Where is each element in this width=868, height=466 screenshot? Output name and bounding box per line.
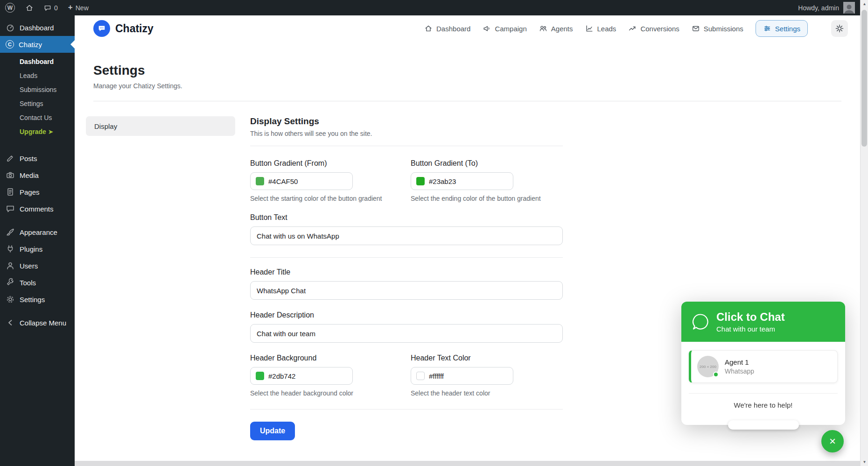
sidebar-item-label: Chatizy [19,41,42,49]
wp-admin-bar: W 0 + New Howdy, admin [0,0,868,15]
divider [689,393,838,394]
header-title-field[interactable] [250,281,563,300]
submenu-item-submissions[interactable]: Submissions [0,83,75,97]
tab-display[interactable]: Display [86,116,235,136]
header-text-color-input[interactable] [411,367,513,385]
field-help: Select the header background color [250,389,411,397]
comments-icon [6,204,15,213]
sidebar-item-appearance[interactable]: Appearance [0,224,75,240]
gradient-from-swatch[interactable] [256,177,264,185]
field-header-description: Header Description [250,311,563,343]
sun-icon [835,24,844,33]
submenu-item-dashboard[interactable]: Dashboard [0,55,75,69]
new-label: New [76,4,89,12]
submenu-item-leads[interactable]: Leads [0,69,75,83]
scrollbar-thumb[interactable] [861,10,867,147]
sidebar-item-tools[interactable]: Tools [0,274,75,291]
close-icon: × [829,436,836,447]
theme-toggle-button[interactable] [831,20,848,37]
nav-label: Submissions [704,25,743,33]
nav-item-conversions[interactable]: Conversions [628,24,679,33]
nav-item-dashboard[interactable]: Dashboard [424,24,470,33]
submenu-item-upgrade[interactable]: Upgrade ➤ [0,125,75,139]
header-background-color-input[interactable] [250,367,353,385]
dashboard-icon [6,23,15,32]
field-label: Header Background [250,354,411,362]
field-gradient-to: Button Gradient (To) Select the ending c… [411,159,563,202]
header-background-swatch[interactable] [256,372,264,380]
plugins-icon [6,244,15,254]
field-label: Header Title [250,268,563,276]
section-subheading: This is how others will see you on the s… [250,130,563,137]
brand[interactable]: Chatizy [93,20,154,37]
update-button[interactable]: Update [250,422,295,440]
gradient-from-color-input[interactable] [250,172,353,190]
header-text-color-hex-field[interactable] [429,372,485,380]
scroll-up-arrow[interactable]: ▲ [861,0,868,8]
sidebar-item-chatizy[interactable]: C Chatizy [0,36,75,53]
field-button-text: Button Text [250,213,563,245]
sidebar-item-collapse-menu[interactable]: Collapse Menu [0,314,75,331]
chat-widget-header: Click to Chat Chat with our team [681,302,845,342]
visit-site-link[interactable] [20,0,39,15]
comments-shortcut[interactable]: 0 [39,0,63,15]
nav-item-campaign[interactable]: Campaign [483,24,526,33]
sidebar-item-users[interactable]: Users [0,257,75,274]
field-label: Header Text Color [411,354,563,362]
field-gradient-from: Button Gradient (From) Select the starti… [250,159,411,202]
sidebar-item-label: Users [20,262,38,270]
comment-count: 0 [54,4,58,12]
sidebar-item-label: Posts [20,155,37,162]
new-content-button[interactable]: + New [63,0,94,15]
gradient-to-color-input[interactable] [411,172,513,190]
admin-bar-account[interactable]: Howdy, admin [798,0,868,15]
chart-icon [585,24,594,33]
nav-label: Leads [597,25,616,33]
sidebar-item-pages[interactable]: Pages [0,184,75,200]
nav-item-settings[interactable]: Settings [756,20,808,37]
header-background-hex-field[interactable] [268,372,324,380]
posts-icon [6,154,15,163]
nav-item-submissions[interactable]: Submissions [692,24,743,33]
avatar [843,2,855,14]
header-description-field[interactable] [250,324,563,343]
wordpress-logo-icon: W [5,3,15,13]
scroll-down-arrow[interactable]: ▼ [861,458,868,466]
page-subtitle: Manage your Chatizy Settings. [93,82,841,90]
submenu-item-settings[interactable]: Settings [0,97,75,111]
sidebar-item-media[interactable]: Media [0,167,75,184]
sidebar-item-posts[interactable]: Posts [0,150,75,167]
sidebar-item-dashboard[interactable]: Dashboard [0,19,75,36]
menu-separator [0,308,75,314]
field-help: Select the ending color of the button gr… [411,195,563,202]
settings-tab-list: Display [86,116,235,459]
gradient-to-swatch[interactable] [416,177,425,185]
window-scrollbar[interactable]: ▲ ▼ [860,0,868,466]
sidebar-item-comments[interactable]: Comments [0,200,75,217]
sliders-icon [763,24,771,33]
header-text-color-swatch[interactable] [416,372,425,380]
nav-item-leads[interactable]: Leads [585,24,616,33]
nav-label: Agents [551,25,573,33]
chat-widget-close-button[interactable]: × [821,430,844,452]
submenu-item-contact-us[interactable]: Contact Us [0,111,75,125]
gradient-to-hex-field[interactable] [429,177,485,185]
sidebar-item-plugins[interactable]: Plugins [0,240,75,257]
field-header-text-color: Header Text Color Select the header text… [411,354,563,397]
wordpress-menu-button[interactable]: W [0,0,20,15]
agent-channel: Whatsapp [725,367,754,375]
agent-card[interactable]: 200 × 200 Agent 1 Whatsapp [689,350,838,383]
gradient-from-hex-field[interactable] [268,177,324,185]
chat-bubble-icon [692,313,709,331]
field-help: Select the starting color of the button … [250,195,411,202]
top-nav: Dashboard Campaign Agents [424,20,848,37]
menu-separator [0,217,75,224]
trending-up-icon [628,24,637,33]
sidebar-item-label: Plugins [20,245,42,253]
sidebar-item-label: Comments [20,205,54,213]
nav-item-agents[interactable]: Agents [539,24,573,33]
button-text-field[interactable] [250,226,563,245]
section-heading: Display Settings [250,116,563,127]
nav-label: Conversions [640,25,679,33]
sidebar-item-settings[interactable]: Settings [0,291,75,308]
